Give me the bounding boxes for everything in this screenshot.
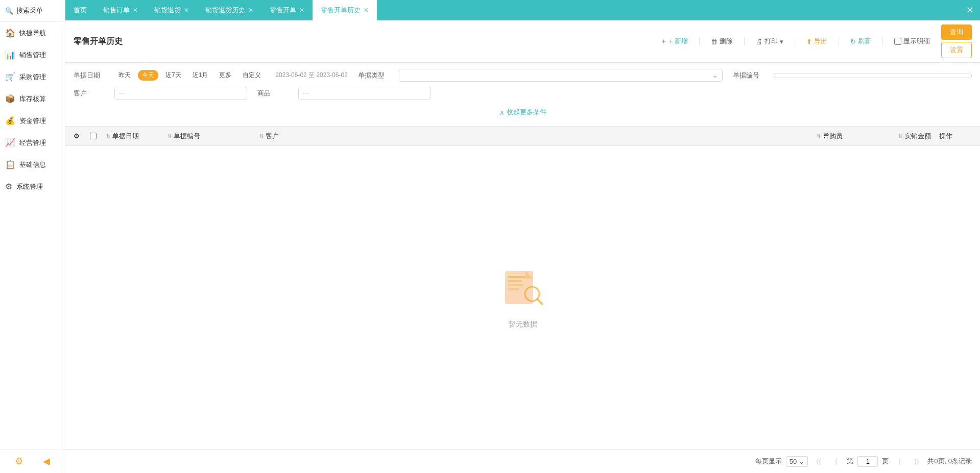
money-icon: 💰 (5, 116, 15, 126)
tab-sales-return-history-label: 销货退货历史 (205, 6, 245, 15)
tab-retail-open-label: 零售开单 (270, 6, 296, 15)
select-all-checkbox[interactable] (90, 133, 97, 139)
last-page-btn[interactable]: ⟩⟩ (910, 455, 923, 468)
new-button[interactable]: ＋ + 新增 (657, 35, 691, 48)
page-input[interactable] (857, 456, 878, 467)
sidebar-item-label: 基础信息 (19, 160, 46, 169)
plus-icon: ＋ (660, 37, 667, 46)
sidebar-item-sys-mgmt[interactable]: ⚙ 系统管理 (0, 176, 65, 197)
display-button[interactable]: 显示明细 (891, 35, 933, 48)
table-header: ⚙ ⇅ 单据日期 ⇅ 单据编号 ⇅ 客户 ⇅ 导购员 ⇅ 实销金额 (65, 127, 980, 146)
sidebar: 🔍 搜索采单 🏠 快捷导航 📊 销售管理 🛒 采购管理 📦 库存核算 💰 资金管… (0, 0, 65, 473)
tab-retail-open-history-close[interactable]: ✕ (364, 7, 369, 14)
chevron-up-icon: ∧ (499, 109, 505, 116)
th-customer-label: 客户 (266, 132, 279, 141)
th-date[interactable]: ⇅ 单据日期 (102, 132, 163, 141)
th-date-sort-icon: ⇅ (106, 133, 110, 139)
tab-home[interactable]: 首页 (65, 0, 95, 20)
collapse-sidebar-icon[interactable]: ◀ (43, 456, 50, 467)
date-option-more[interactable]: 更多 (215, 70, 235, 81)
refresh-label: 刷新 (858, 37, 871, 46)
sidebar-item-inventory[interactable]: 📦 库存核算 (0, 88, 65, 110)
toolbar-divider-2 (744, 37, 745, 46)
empty-icon (497, 266, 548, 312)
collapse-button[interactable]: ∧ 收起更多条件 (496, 105, 549, 120)
page-word: 页 (882, 457, 889, 466)
th-guide-label: 导购员 (823, 132, 843, 141)
date-option-1month[interactable]: 近1月 (188, 70, 212, 81)
customer-filter-input[interactable]: ··· (114, 87, 247, 99)
date-option-yesterday[interactable]: 昨天 (114, 70, 135, 81)
export-button[interactable]: ⬆ 导出 (803, 35, 830, 48)
chart-icon: 📊 (5, 50, 15, 60)
print-button[interactable]: 🖨 打印 ▾ (753, 35, 786, 48)
prev-page-btn[interactable]: ⟨ (829, 455, 843, 468)
window-close-button[interactable]: ✕ (966, 5, 974, 16)
date-option-custom[interactable]: 自定义 (238, 70, 265, 81)
tab-sales-order[interactable]: 销售订单 ✕ (95, 0, 146, 20)
tab-retail-open-history[interactable]: 零售开单历史 ✕ (313, 0, 377, 20)
trash-icon: 🗑 (711, 38, 718, 45)
next-page-btn[interactable]: ⟩ (893, 455, 906, 468)
product-dots: ··· (303, 89, 308, 97)
tab-sales-order-close[interactable]: ✕ (133, 7, 138, 14)
th-settings[interactable]: ⚙ (69, 132, 86, 140)
th-sno[interactable]: ⇅ 单据编号 (163, 132, 255, 141)
svg-rect-3 (508, 284, 523, 286)
th-customer[interactable]: ⇅ 客户 (255, 132, 812, 141)
ops-icon: 📈 (5, 138, 15, 147)
th-guide[interactable]: ⇅ 导购员 (812, 132, 874, 141)
th-action: 操作 (935, 132, 976, 141)
tab-retail-open-close[interactable]: ✕ (299, 7, 304, 14)
product-filter-input[interactable]: ··· (298, 87, 431, 99)
date-filter-label: 单据日期 (74, 71, 104, 80)
customer-dots: ··· (119, 89, 125, 97)
customer-filter-label: 客户 (74, 89, 104, 98)
per-page-select[interactable]: 50 ⌄ (786, 456, 808, 467)
settings-button[interactable]: 设置 (941, 42, 972, 58)
tab-retail-open-history-label: 零售开单历史 (321, 6, 361, 15)
delete-button[interactable]: 🗑 删除 (708, 35, 736, 48)
sidebar-item-purchase-mgmt[interactable]: 🛒 采购管理 (0, 66, 65, 88)
sidebar-item-quick-nav[interactable]: 🏠 快捷导航 (0, 22, 65, 44)
sidebar-item-sales-mgmt[interactable]: 📊 销售管理 (0, 44, 65, 66)
type-filter-select[interactable]: ⌄ (399, 69, 723, 82)
per-page-value: 50 (790, 458, 797, 465)
display-checkbox[interactable] (894, 38, 901, 45)
date-option-7days[interactable]: 近7天 (161, 70, 185, 81)
tab-sales-return-history-close[interactable]: ✕ (248, 7, 253, 14)
tab-sales-return-close[interactable]: ✕ (184, 7, 189, 14)
sno-filter-label: 单据编号 (733, 71, 763, 80)
th-checkbox[interactable] (86, 133, 102, 139)
sidebar-item-basic-info[interactable]: 📋 基础信息 (0, 154, 65, 176)
query-button[interactable]: 查询 (941, 24, 972, 40)
date-options: 昨天 今天 近7天 近1月 更多 自定义 (114, 70, 265, 81)
toolbar-divider-5 (882, 37, 883, 46)
sidebar-item-finance[interactable]: 💰 资金管理 (0, 110, 65, 132)
tab-sales-return-history[interactable]: 销货退货历史 ✕ (197, 0, 261, 20)
tab-sales-return[interactable]: 销货退货 ✕ (146, 0, 197, 20)
refresh-button[interactable]: ↻ 刷新 (847, 35, 874, 48)
settings-bottom-icon[interactable]: ⚙ (15, 456, 23, 467)
print-label: 打印 (764, 37, 778, 46)
tab-retail-open[interactable]: 零售开单 ✕ (261, 0, 313, 20)
cart-icon: 🛒 (5, 72, 15, 82)
sno-filter-input[interactable] (774, 73, 972, 78)
gear-icon: ⚙ (5, 182, 12, 191)
page-num-word: 第 (847, 457, 853, 466)
toolbar: 零售开单历史 ＋ + 新增 🗑 删除 🖨 打印 ▾ ⬆ 导出 ↻ 刷新 显示 (65, 20, 980, 63)
sidebar-item-operations[interactable]: 📈 经营管理 (0, 132, 65, 154)
display-label: 显示明细 (903, 37, 930, 46)
new-label: + 新增 (669, 37, 688, 46)
th-amount[interactable]: ⇅ 实销金额 (874, 132, 935, 141)
th-amount-label: 实销金额 (904, 132, 931, 141)
info-icon: 📋 (5, 160, 15, 169)
empty-state: 暂无数据 (65, 146, 980, 449)
date-option-today[interactable]: 今天 (138, 70, 158, 81)
first-page-btn[interactable]: ⟨⟨ (812, 455, 825, 468)
th-sno-label: 单据编号 (174, 132, 200, 141)
print-icon: 🖨 (756, 38, 762, 45)
per-page-label: 每页显示 (755, 457, 782, 466)
th-action-label: 操作 (939, 132, 952, 141)
sidebar-search[interactable]: 🔍 搜索采单 (0, 0, 65, 22)
